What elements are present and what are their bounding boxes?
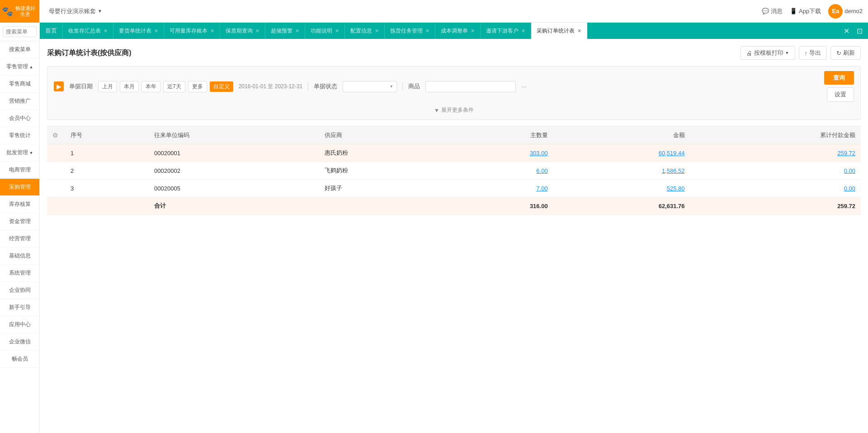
message-button[interactable]: 💬 消息 [762,7,783,15]
sidebar-item-marketing[interactable]: 营销推广 [0,93,39,110]
app-logo: 🐾 畅捷通好生意 [0,0,39,23]
date-last-month-button[interactable]: 上月 [98,81,117,92]
chevron-down-icon: ▼ [785,51,789,55]
date-last-7days-button[interactable]: 近7天 [163,81,185,92]
search-input[interactable] [3,26,37,37]
tab-config-info[interactable]: 配置信息 ✕ [345,23,385,39]
tab-close-icon[interactable]: ✕ [375,28,379,34]
status-select[interactable] [343,81,397,92]
arrow-up-icon: ▲ [29,65,33,69]
sidebar-item-enterprise[interactable]: 企业协同 [0,282,39,299]
tab-home[interactable]: 首页 [40,23,63,39]
expand-more-label: 展开更多条件 [441,106,474,114]
table-header-main-qty: 主数量 [447,127,553,144]
export-button[interactable]: ↑ 导出 [799,46,827,60]
table-row: 1 00020001 惠氏奶粉 303.00 60,519.44 259.72 [47,144,861,162]
user-name: demo2 [844,8,863,14]
goods-input-more-icon[interactable]: ··· [521,83,527,90]
sidebar-item-operation[interactable]: 经营管理 [0,230,39,247]
tab-receive-summary[interactable]: 收发存汇总表 ✕ [63,23,113,39]
filter-toggle-button[interactable]: ▶ [54,81,64,91]
date-custom-badge[interactable]: 自定义 [210,81,233,92]
export-label: 导出 [809,49,821,57]
sidebar-item-basic[interactable]: 基础信息 [0,247,39,265]
tab-order-summary[interactable]: 要货单统计表 ✕ [113,23,164,39]
query-button[interactable]: 查询 [824,71,854,85]
date-this-year-button[interactable]: 本年 [142,81,160,92]
app-download-button[interactable]: 📱 App下载 [790,7,821,15]
tab-maximize-icon[interactable]: ⊡ [855,26,864,36]
refresh-label: 刷新 [843,49,855,57]
expand-more-button[interactable]: ▼ 展开更多条件 [430,105,477,115]
tab-close-icon[interactable]: ✕ [335,28,339,34]
sidebar-item-retail[interactable]: 零售管理 ▲ [0,58,39,76]
tab-close-icon[interactable]: ✕ [154,28,158,34]
tab-close-icon[interactable]: ✕ [210,28,214,34]
tab-close-icon[interactable]: ✕ [577,28,581,34]
tab-label: 超储预警 [271,27,292,35]
sidebar-item-purchase[interactable]: 采购管理 [0,179,39,196]
message-icon: 💬 [762,8,769,14]
tab-close-icon[interactable]: ✕ [295,28,299,34]
row-unit-code-cell: 00020005 [149,180,319,197]
tab-overstock-warning[interactable]: 超储预警 ✕ [265,23,305,39]
template-print-button[interactable]: 🖨 按模板打印 ▼ [741,46,795,60]
user-profile[interactable]: Ea demo2 [828,4,863,19]
tab-available-inventory[interactable]: 可用量库存账本 ✕ [164,23,220,39]
main-area: 母婴行业演示账套 ▼ 💬 消息 📱 App下载 Ea demo2 首页 [40,0,868,433]
tab-home-label: 首页 [45,27,57,35]
tab-close-icon[interactable]: ✕ [521,28,525,34]
sidebar-item-label: 基础信息 [9,252,31,260]
tab-close-icon[interactable]: ✕ [255,28,259,34]
date-more-button[interactable]: 更多 [188,81,207,92]
goods-input[interactable] [425,81,516,92]
topbar: 母婴行业演示账套 ▼ 💬 消息 📱 App下载 Ea demo2 [40,0,868,23]
search-section [0,23,39,41]
sidebar-item-label: 企业微信 [9,338,31,346]
tab-label: 保质期查询 [226,27,253,35]
page-title: 采购订单统计表(按供应商) [47,48,132,58]
refresh-button[interactable]: ↻ 刷新 [830,46,861,60]
sidebar-item-enterprise-wechat[interactable]: 企业微信 [0,333,39,351]
tab-label: 功能说明 [311,27,332,35]
row-settings-cell [47,162,65,180]
arrow-down-icon: ▼ [29,151,33,155]
sidebar-item-ecommerce[interactable]: 电商管理 [0,162,39,179]
row-amount-cell: 1,586.52 [553,162,690,180]
tab-close-window-icon[interactable]: ✕ [842,26,851,36]
export-icon: ↑ [805,50,808,57]
sidebar-item-finance[interactable]: 资金管理 [0,213,39,230]
sidebar-item-new-guide[interactable]: 新手引导 [0,299,39,316]
avatar: Ea [828,4,843,19]
tab-expiry-query[interactable]: 保质期查询 ✕ [220,23,265,39]
date-filter-label: 单据日期 [69,82,93,90]
tab-label: 配置信息 [350,27,372,35]
sidebar-item-shortcut[interactable]: 搜索菜单 [0,41,39,58]
tab-function-desc[interactable]: 功能说明 ✕ [305,23,345,39]
page-header-actions: 🖨 按模板打印 ▼ ↑ 导出 ↻ 刷新 [741,46,861,60]
tab-close-icon[interactable]: ✕ [471,28,475,34]
row-unit-code-cell: 00020001 [149,144,319,162]
sidebar-item-member[interactable]: 会员中心 [0,110,39,127]
tab-purchase-summary[interactable]: 采购订单统计表 ✕ [531,23,587,39]
sidebar-item-system[interactable]: 系统管理 [0,265,39,282]
sidebar-item-retail-mall[interactable]: 零售商城 [0,76,39,93]
tab-label: 收发存汇总表 [68,27,101,35]
sidebar-item-retail-stat[interactable]: 零售统计 [0,127,39,144]
sidebar-item-app-center[interactable]: 应用中心 [0,316,39,333]
date-this-month-button[interactable]: 本月 [120,81,139,92]
tab-close-icon[interactable]: ✕ [425,28,429,34]
gear-icon[interactable]: ⚙ [52,132,58,139]
sidebar-item-inventory[interactable]: 库存核算 [0,196,39,213]
tab-cost-adjust[interactable]: 成本调整单 ✕ [435,23,481,39]
row-main-qty-cell: 303.00 [447,144,553,162]
sidebar-item-label: 经营管理 [9,235,31,243]
sidebar-item-member2[interactable]: 畅会员 [0,351,39,368]
tab-close-icon[interactable]: ✕ [104,28,108,34]
tab-pick-task[interactable]: 拣货任务管理 ✕ [385,23,435,39]
sidebar-item-batch[interactable]: 批发管理 ▼ [0,144,39,162]
download-icon: 📱 [790,8,797,14]
settings-button[interactable]: 设置 [827,87,854,102]
tab-invite-downstream[interactable]: 邀请下游客户 ✕ [481,23,531,39]
account-dropdown[interactable]: 母婴行业演示账套 ▼ [45,5,106,17]
